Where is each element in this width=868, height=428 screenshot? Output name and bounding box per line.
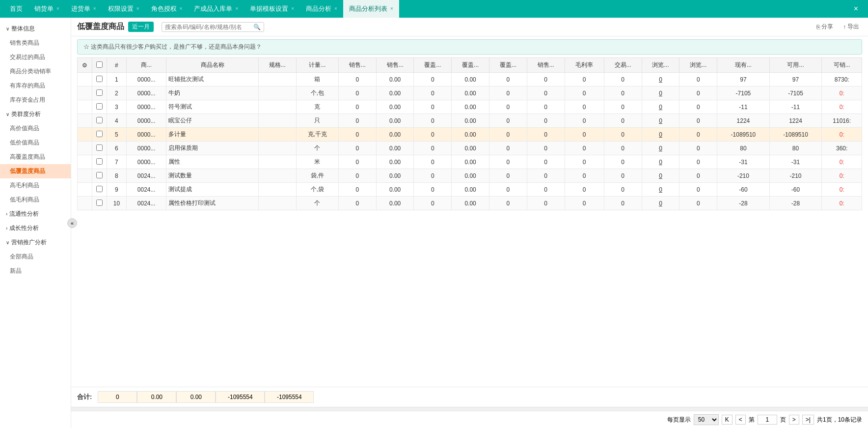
cell-view1[interactable]: 0	[642, 128, 679, 142]
nav-product-analysis-list[interactable]: 商品分析列表 ×	[343, 0, 399, 18]
cell-checkbox[interactable]	[92, 100, 107, 114]
nav-close-icon[interactable]: ×	[93, 0, 96, 18]
th-stock3[interactable]: 可销...	[822, 58, 862, 73]
nav-permission-settings[interactable]: 权限设置 ×	[102, 0, 145, 18]
sidebar-section-overall[interactable]: ∨ 整体信息	[0, 22, 71, 36]
cell-checkbox[interactable]	[92, 169, 107, 183]
th-sales-amt[interactable]: 销售...	[376, 58, 414, 73]
th-view1[interactable]: 浏览...	[642, 58, 679, 73]
sidebar-item-high-value[interactable]: 高价值商品	[0, 121, 71, 136]
sidebar-item-category-rate[interactable]: 商品分类动销率	[0, 64, 71, 79]
nav-sales-order[interactable]: 销货单 ×	[28, 0, 65, 18]
th-checkbox[interactable]	[92, 58, 107, 73]
nav-purchase-order[interactable]: 进货单 ×	[65, 0, 102, 18]
search-input[interactable]	[165, 24, 253, 30]
sidebar-item-traded-goods[interactable]: 交易过的商品	[0, 50, 71, 64]
period-button[interactable]: 近一月	[128, 22, 154, 32]
nav-close-icon[interactable]: ×	[136, 0, 139, 18]
sidebar-section-marketing[interactable]: ∨ 营销推广分析	[0, 235, 71, 250]
row-checkbox[interactable]	[96, 131, 103, 137]
th-stock2[interactable]: 可用...	[769, 58, 822, 73]
cell-view1[interactable]: 0	[642, 114, 679, 128]
cell-checkbox[interactable]	[92, 86, 107, 100]
cell-view1[interactable]: 0	[642, 142, 679, 155]
row-checkbox[interactable]	[96, 144, 103, 151]
row-checkbox[interactable]	[96, 172, 103, 178]
nav-close-icon[interactable]: ×	[56, 0, 59, 18]
select-all-checkbox[interactable]	[96, 61, 103, 68]
last-page-button[interactable]: >|	[802, 415, 814, 425]
nav-product-analysis[interactable]: 商品分析 ×	[300, 0, 343, 18]
cell-view1[interactable]: 0	[642, 183, 679, 197]
sidebar-item-high-margin[interactable]: 高毛利商品	[0, 178, 71, 193]
cell-checkbox[interactable]	[92, 128, 107, 142]
horizontal-scrollbar[interactable]	[71, 407, 868, 411]
sidebar-item-all-goods[interactable]: 全部商品	[0, 250, 71, 264]
sidebar-item-new-goods[interactable]: 新品	[0, 264, 71, 278]
sidebar-section-circulation[interactable]: › 流通性分析	[0, 207, 71, 221]
prev-page-button[interactable]: <	[735, 415, 746, 425]
sidebar-item-high-coverage[interactable]: 高覆盖度商品	[0, 150, 71, 164]
row-checkbox[interactable]	[96, 76, 103, 82]
th-spec[interactable]: 规格...	[258, 58, 296, 73]
cell-checkbox[interactable]	[92, 197, 107, 210]
row-checkbox[interactable]	[96, 89, 103, 96]
th-unit[interactable]: 计量...	[296, 58, 338, 73]
page-size-select[interactable]: 50 100 200	[694, 414, 719, 425]
cell-checkbox[interactable]	[92, 155, 107, 169]
th-margin[interactable]: 毛利率	[565, 58, 604, 73]
row-checkbox[interactable]	[96, 103, 103, 110]
th-sales-qty[interactable]: 销售...	[338, 58, 376, 73]
th-stock1[interactable]: 现有...	[717, 58, 770, 73]
sidebar-item-sales-goods[interactable]: 销售类商品	[0, 36, 71, 50]
th-cover1[interactable]: 覆盖...	[414, 58, 452, 73]
nav-close-icon[interactable]: ×	[180, 0, 183, 18]
sidebar-item-low-coverage[interactable]: 低覆盖度商品	[0, 164, 71, 178]
row-checkbox[interactable]	[96, 117, 103, 123]
row-checkbox[interactable]	[96, 200, 103, 206]
cell-sales-amt: 0.00	[376, 100, 414, 114]
cell-checkbox[interactable]	[92, 142, 107, 155]
nav-close-icon[interactable]: ×	[291, 0, 294, 18]
nav-close-icon[interactable]: ×	[235, 0, 238, 18]
cell-view1[interactable]: 0	[642, 169, 679, 183]
row-checkbox[interactable]	[96, 158, 103, 165]
export-button[interactable]: ↑ 导出	[840, 22, 862, 32]
first-page-button[interactable]: K	[722, 415, 732, 425]
next-page-button[interactable]: >	[789, 415, 799, 425]
cell-checkbox[interactable]	[92, 114, 107, 128]
th-cover3[interactable]: 覆盖...	[489, 58, 527, 73]
sidebar-collapse-button[interactable]: «	[67, 218, 77, 228]
nav-close-icon[interactable]: ×	[390, 0, 393, 18]
cell-view1[interactable]: 0	[642, 197, 679, 210]
cell-view1[interactable]: 0	[642, 73, 679, 86]
sidebar-item-stocked-goods[interactable]: 有库存的商品	[0, 79, 71, 93]
nav-close-icon[interactable]: ×	[334, 0, 337, 18]
sidebar-item-stock-capital[interactable]: 库存资金占用	[0, 93, 71, 107]
th-settings[interactable]: ⚙	[78, 58, 92, 73]
window-close-button[interactable]: ×	[848, 4, 864, 13]
cell-checkbox[interactable]	[92, 183, 107, 197]
th-trade[interactable]: 交易...	[604, 58, 642, 73]
nav-template-settings[interactable]: 单据模板设置 ×	[244, 0, 300, 18]
th-name[interactable]: 商品名称	[166, 58, 258, 73]
row-checkbox[interactable]	[96, 186, 103, 192]
nav-role-auth[interactable]: 角色授权 ×	[145, 0, 189, 18]
nav-finished-goods[interactable]: 产成品入库单 ×	[188, 0, 244, 18]
th-code[interactable]: 商...	[126, 58, 166, 73]
sidebar-section-cluster[interactable]: ∨ 类群度分析	[0, 107, 71, 121]
cell-view1[interactable]: 0	[642, 155, 679, 169]
th-view2[interactable]: 浏览...	[679, 58, 717, 73]
cell-view1[interactable]: 0	[642, 100, 679, 114]
sidebar-item-low-value[interactable]: 低价值商品	[0, 136, 71, 150]
nav-home[interactable]: 首页	[4, 0, 28, 18]
th-sales2[interactable]: 销售...	[527, 58, 565, 73]
share-button[interactable]: ⎘ 分享	[814, 22, 836, 32]
cell-checkbox[interactable]	[92, 73, 107, 86]
th-cover2[interactable]: 覆盖...	[452, 58, 489, 73]
current-page-input[interactable]	[758, 415, 777, 425]
search-icon[interactable]: 🔍	[253, 24, 261, 30]
sidebar-section-growth[interactable]: › 成长性分析	[0, 221, 71, 235]
cell-view1[interactable]: 0	[642, 86, 679, 100]
sidebar-item-low-margin[interactable]: 低毛利商品	[0, 193, 71, 207]
